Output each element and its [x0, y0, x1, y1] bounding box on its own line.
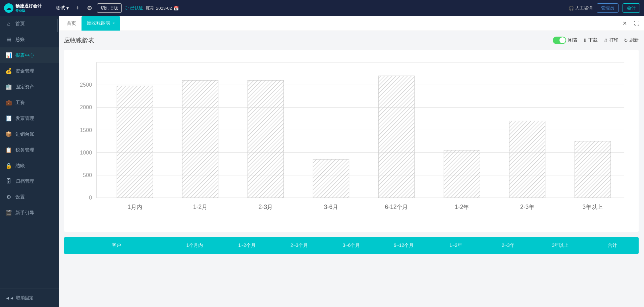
sidebar-item-label: 报表中心: [15, 52, 34, 58]
sidebar-item-label: 归档管理: [15, 178, 34, 184]
reports-icon: 📊: [5, 52, 12, 58]
sidebar-item-label: 结账: [15, 163, 25, 169]
svg-text:3年以上: 3年以上: [583, 204, 603, 210]
sidebar-item-invoice[interactable]: 🧾 发票管理: [0, 111, 59, 126]
switch-old-version-button[interactable]: 切到旧版: [97, 3, 122, 13]
page-title: 应收账龄表: [64, 36, 94, 44]
sidebar-item-label: 首页: [15, 21, 25, 27]
tab-ar-aging[interactable]: 应收账龄表 ×: [82, 16, 120, 31]
assets-icon: 🏢: [5, 84, 12, 90]
sidebar-item-label: 进销台账: [15, 131, 34, 137]
scrollbar-thumb: [57, 19, 58, 32]
settings-icon: ⚙: [5, 194, 12, 200]
sidebar-item-home[interactable]: ⌂ 首页: [0, 16, 59, 32]
svg-text:1-2月: 1-2月: [193, 204, 207, 210]
col-header-total: 合计: [586, 237, 639, 254]
svg-rect-27: [509, 121, 545, 198]
sidebar-item-label: 设置: [15, 194, 25, 200]
sidebar-item-funds[interactable]: 💰 资金管理: [0, 63, 59, 79]
sidebar-item-guide[interactable]: 🎬 新手引导: [0, 205, 59, 221]
closing-icon: 🔒: [5, 163, 12, 169]
col-header-1m: 1个月内: [168, 237, 221, 254]
sidebar-item-closing[interactable]: 🔒 结账: [0, 158, 59, 174]
refresh-icon: ↻: [624, 38, 628, 43]
refresh-button[interactable]: ↻ 刷新: [624, 37, 639, 43]
col-header-2-3m: 2~3个月: [273, 237, 325, 254]
topbar-right: 🎧 人工咨询 管理员 会计: [569, 3, 640, 13]
svg-rect-25: [444, 150, 480, 198]
tab-ar-aging-label: 应收账龄表: [87, 20, 110, 26]
sidebar-item-archive[interactable]: 🗄 归档管理: [0, 174, 59, 189]
svg-rect-17: [182, 80, 218, 198]
svg-text:500: 500: [83, 172, 92, 178]
svg-text:2500: 2500: [80, 82, 92, 88]
chevron-down-icon: ▾: [66, 5, 69, 11]
logo-text: 畅捷通好会计 专业版: [15, 3, 42, 13]
pin-icon: ◄◄: [5, 296, 14, 301]
print-icon: 🖨: [603, 38, 608, 43]
tab-close-icon[interactable]: ×: [112, 21, 115, 26]
settings-icon[interactable]: ⚙: [85, 3, 94, 13]
period-label: 账期: [146, 5, 155, 11]
svg-text:1000: 1000: [80, 149, 92, 156]
col-header-3-6m: 3~6个月: [325, 237, 378, 254]
calendar-icon[interactable]: 📅: [173, 6, 179, 11]
tabbar-right: ✕ ⛶: [620, 16, 641, 31]
period-info: 账期 2023-02 📅: [146, 5, 179, 11]
expand-window-button[interactable]: ⛶: [632, 19, 641, 28]
download-icon: ⬇: [583, 38, 587, 43]
page-content: 应收账龄表 图表 ⬇ 下载 🖨 打印 ↻: [59, 31, 644, 307]
logo-main: 畅捷通好会计: [15, 3, 42, 9]
inventory-icon: 📦: [5, 131, 12, 137]
table-header: 客户 1个月内 1~2个月 2~3个月 3~6个月 6~12个月 1~2年 2~…: [64, 237, 639, 254]
col-header-1-2y: 1~2年: [430, 237, 482, 254]
sidebar-item-label: 工资: [15, 100, 25, 106]
table-container: 客户 1个月内 1~2个月 2~3个月 3~6个月 6~12个月 1~2年 2~…: [64, 237, 639, 254]
sidebar-item-assets[interactable]: 🏢 固定资产: [0, 79, 59, 95]
col-header-1-2m: 1~2个月: [221, 237, 273, 254]
chart-toggle-switch[interactable]: [553, 37, 566, 44]
consult-button[interactable]: 🎧 人工咨询: [569, 5, 593, 11]
col-header-6-12m: 6~12个月: [377, 237, 430, 254]
svg-text:2000: 2000: [80, 104, 92, 110]
sidebar-item-settings[interactable]: ⚙ 设置: [0, 189, 59, 205]
svg-text:6-12个月: 6-12个月: [385, 204, 408, 210]
certified-badge: 🛡 已认证: [124, 5, 143, 11]
accountant-button[interactable]: 会计: [623, 3, 640, 13]
topbar: ☁ 畅捷通好会计 专业版 测试 ▾ + ⚙ 切到旧版 🛡 已认证 账期 2023…: [0, 0, 644, 16]
page-header: 应收账龄表 图表 ⬇ 下载 🖨 打印 ↻: [64, 36, 639, 44]
sidebar-item-ledger[interactable]: ▤ 总账: [0, 32, 59, 47]
topbar-actions: + ⚙ 切到旧版: [73, 3, 122, 13]
svg-text:1月内: 1月内: [127, 204, 142, 210]
svg-text:2-3月: 2-3月: [259, 204, 273, 210]
archive-icon: 🗄: [5, 178, 12, 184]
logo-sub: 专业版: [15, 9, 42, 13]
col-header-3y-plus: 3年以上: [534, 237, 587, 254]
svg-rect-29: [575, 141, 611, 198]
sidebar-item-inventory[interactable]: 📦 进销台账: [0, 126, 59, 142]
sidebar-item-reports[interactable]: 📊 报表中心: [0, 47, 59, 63]
sidebar-item-label: 发票管理: [15, 116, 34, 122]
print-button[interactable]: 🖨 打印: [603, 37, 619, 43]
add-button[interactable]: +: [73, 3, 82, 13]
col-header-2-3y: 2~3年: [482, 237, 534, 254]
sidebar-item-tax[interactable]: 📋 税务管理: [0, 142, 59, 158]
funds-icon: 💰: [5, 68, 12, 74]
chart-toggle: 图表: [553, 37, 578, 44]
close-window-button[interactable]: ✕: [620, 19, 629, 28]
shield-icon: 🛡: [124, 6, 129, 11]
tab-home[interactable]: 首页: [61, 16, 82, 31]
download-button[interactable]: ⬇ 下载: [583, 37, 598, 43]
sidebar-item-label: 资金管理: [15, 68, 34, 74]
content-area: 首页 应收账龄表 × ✕ ⛶ 应收账龄表 图表: [59, 16, 644, 307]
sidebar-item-payroll[interactable]: 💼 工资: [0, 95, 59, 111]
home-icon: ⌂: [5, 21, 12, 27]
cancel-fixed-button[interactable]: ◄◄ 取消固定: [0, 292, 59, 304]
col-header-customer: 客户: [64, 237, 168, 254]
sidebar-scrollbar[interactable]: [56, 16, 59, 294]
svg-rect-23: [378, 76, 415, 198]
bar-chart: 0 500 1000 1500 2000 2500 1月内: [69, 58, 633, 225]
company-selector[interactable]: 测试 ▾: [56, 5, 69, 11]
svg-rect-19: [248, 80, 284, 198]
admin-button[interactable]: 管理员: [597, 3, 619, 13]
